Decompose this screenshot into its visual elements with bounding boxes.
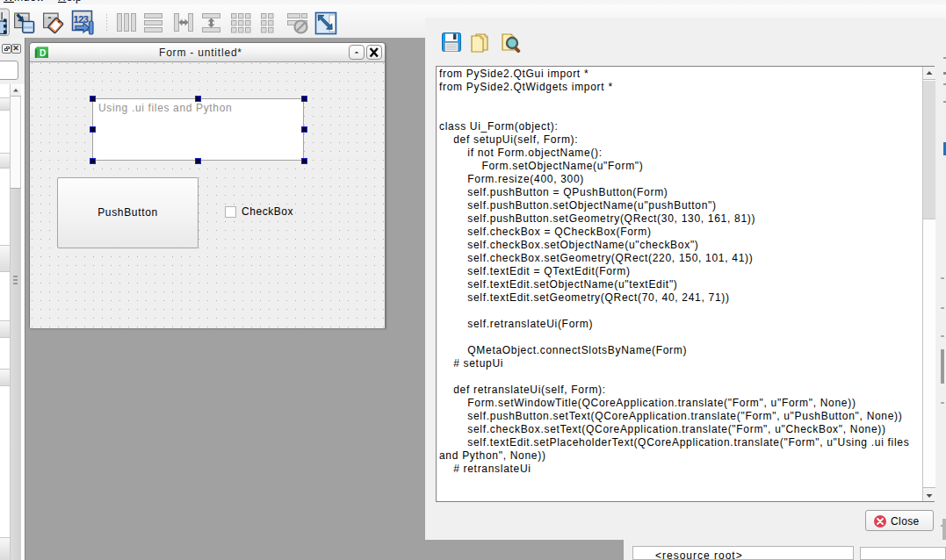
svg-text:D: D	[40, 48, 46, 58]
svg-text:123: 123	[74, 14, 89, 25]
